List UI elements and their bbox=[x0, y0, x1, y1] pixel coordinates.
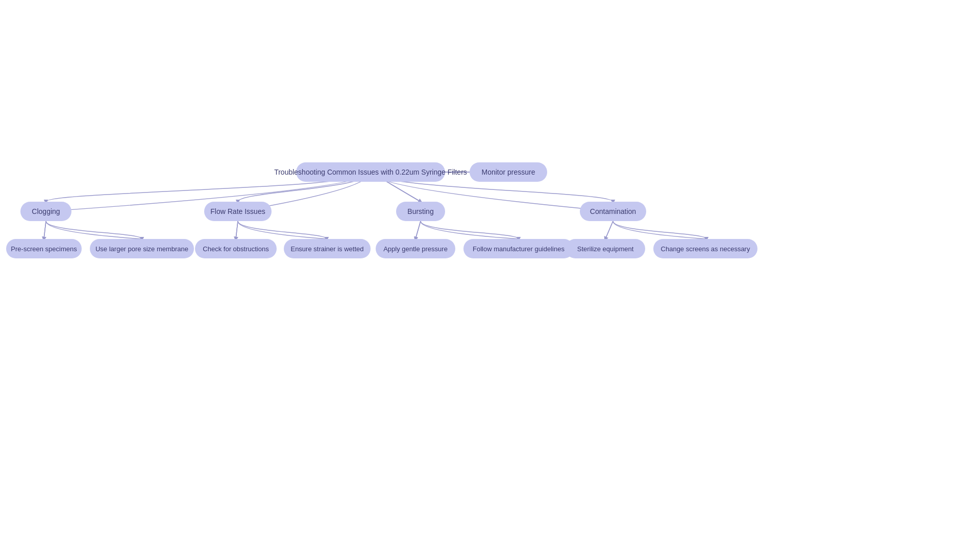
flow-rate-label: Flow Rate Issues bbox=[210, 207, 265, 215]
contamination-node: Contamination bbox=[580, 202, 646, 221]
flow-rate-node: Flow Rate Issues bbox=[204, 202, 272, 221]
bursting-label: Bursting bbox=[407, 207, 433, 215]
use-larger-node: Use larger pore size membrane bbox=[90, 239, 194, 258]
contamination-label: Contamination bbox=[590, 207, 636, 215]
pre-screen-label: Pre-screen specimens bbox=[11, 245, 77, 253]
apply-pressure-label: Apply gentle pressure bbox=[383, 245, 448, 253]
root-node: Troubleshooting Common Issues with 0.22u… bbox=[296, 162, 445, 182]
follow-manufacturer-node: Follow manufacturer guidelines bbox=[463, 239, 574, 258]
clogging-label: Clogging bbox=[32, 207, 60, 215]
use-larger-label: Use larger pore size membrane bbox=[95, 245, 188, 253]
check-obstructions-label: Check for obstructions bbox=[203, 245, 268, 253]
root-label: Troubleshooting Common Issues with 0.22u… bbox=[274, 168, 467, 176]
change-screens-node: Change screens as necessary bbox=[653, 239, 757, 258]
pre-screen-node: Pre-screen specimens bbox=[6, 239, 82, 258]
apply-pressure-node: Apply gentle pressure bbox=[376, 239, 455, 258]
clogging-node: Clogging bbox=[20, 202, 71, 221]
monitor-pressure-label: Monitor pressure bbox=[481, 168, 535, 176]
bursting-node: Bursting bbox=[396, 202, 445, 221]
change-screens-label: Change screens as necessary bbox=[661, 245, 750, 253]
monitor-pressure-node: Monitor pressure bbox=[470, 162, 547, 182]
ensure-strainer-node: Ensure strainer is wetted bbox=[284, 239, 371, 258]
sterilize-label: Sterilize equipment bbox=[577, 245, 634, 253]
check-obstructions-node: Check for obstructions bbox=[195, 239, 277, 258]
sterilize-node: Sterilize equipment bbox=[566, 239, 645, 258]
ensure-strainer-label: Ensure strainer is wetted bbox=[290, 245, 363, 253]
follow-manufacturer-label: Follow manufacturer guidelines bbox=[473, 245, 565, 253]
